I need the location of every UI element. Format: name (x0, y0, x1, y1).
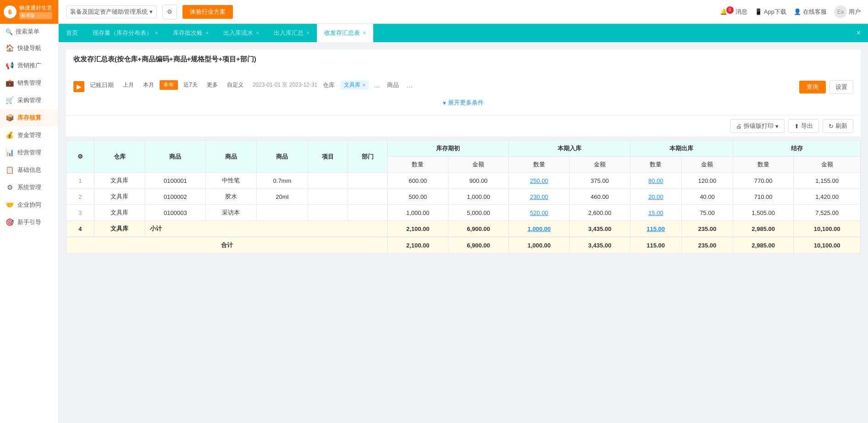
subtotal-in-qty[interactable]: 1,000.00 (509, 221, 569, 237)
print-button[interactable]: 🖨 拆镶版打印 ▾ (730, 119, 785, 133)
filter-section: ▶ 记账日期 上月 本月 本年 近7天 更多 自定义 2023-0 (66, 75, 861, 115)
date-btn-this-year[interactable]: 本年 (160, 80, 178, 90)
sidebar-item-finance[interactable]: 💰 资金管理 (0, 126, 58, 144)
mobile-icon: 📱 (755, 8, 762, 15)
col-close-qty: 数量 (733, 157, 794, 173)
data-table: ⚙ 仓库 商品 商品 商品 项目 部门 库存期初 本期入库 本期出库 结存 (66, 140, 861, 253)
tab-batch-ledger[interactable]: 库存批次账 × (166, 24, 216, 42)
system-title-dropdown[interactable]: 装备及固定资产辅助管理系统 ▾ (66, 5, 157, 18)
warehouse-more-button[interactable]: ... (372, 81, 381, 89)
page-header: 收发存汇总表(按仓库+商品编码+商品+规格型号+项目+部门) (66, 49, 861, 75)
row-out-qty[interactable]: 80.00 (630, 173, 681, 189)
sidebar-item-search[interactable]: 🔍 搜索菜单 (0, 24, 58, 39)
row-close-qty: 1,505.00 (733, 205, 794, 221)
sidebar-item-system[interactable]: ⚙ 系统管理 (0, 179, 58, 196)
warehouse-tag-close[interactable]: × (362, 82, 365, 88)
col-open-qty: 数量 (387, 157, 448, 173)
tab-close-batch-ledger[interactable]: × (205, 30, 209, 36)
warehouse-tag[interactable]: 文具库 × (340, 80, 369, 90)
date-btn-7days[interactable]: 近7天 (180, 80, 201, 90)
row-project (308, 205, 348, 221)
date-btn-more[interactable]: 更多 (203, 80, 221, 90)
sidebar-item-beginner[interactable]: 🎯 新手引导 (0, 214, 58, 231)
sidebar-item-purchase[interactable]: 🛒 采购管理 (0, 92, 58, 109)
date-btn-last-month[interactable]: 上月 (119, 80, 138, 90)
date-btn-this-month[interactable]: 本月 (139, 80, 158, 90)
user-menu[interactable]: Ea 用户 (834, 5, 861, 18)
sidebar-item-sales[interactable]: 💼 销售管理 (0, 74, 58, 92)
subtotal-row: 4 文具库 小计 2,100.00 6,900.00 1,000.00 3,43… (66, 221, 861, 237)
col-settings[interactable]: ⚙ (66, 141, 94, 173)
sidebar-item-inventory[interactable]: 📦 库存核算 (0, 109, 58, 126)
table-row: 1 文具库 0100001 中性笔 0.7mm 600.00 900.00 25… (66, 173, 861, 189)
footer-open-amt: 6,900.00 (448, 237, 509, 253)
date-filter-buttons: 上月 本月 本年 近7天 更多 自定义 (119, 80, 247, 90)
tab-inout-flow[interactable]: 出入库流水 × (216, 24, 266, 42)
col-header-dept: 部门 (348, 141, 387, 173)
export-icon: ⬆ (794, 123, 799, 130)
expand-more-button[interactable]: ▾ 展开更多条件 (443, 99, 484, 107)
notification-button[interactable]: 🔔 6 消息 (720, 8, 747, 16)
notification-count: 6 (726, 6, 734, 14)
sales-icon: 💼 (6, 79, 14, 87)
operation-icon: 📊 (6, 148, 14, 157)
tab-close-inout-flow[interactable]: × (256, 30, 259, 36)
purchase-icon: 🛒 (6, 96, 14, 104)
sidebar-item-quick-nav[interactable]: 🏠 快捷导航 (0, 39, 58, 57)
row-out-qty[interactable]: 15.00 (630, 205, 681, 221)
sidebar-item-marketing[interactable]: 📢 营销推广 (0, 57, 58, 74)
row-warehouse: 文具库 (94, 189, 145, 205)
row-out-amt: 40.00 (681, 189, 733, 205)
sidebar-item-operation[interactable]: 📊 经营管理 (0, 144, 58, 161)
logo-badge: 标准版 (19, 12, 52, 19)
row-code: 0100001 (145, 173, 205, 189)
online-service-button[interactable]: 👤 在线客服 (794, 8, 827, 16)
settings-small-button[interactable]: 设置 (829, 80, 853, 94)
row-in-amt: 460.00 (569, 189, 630, 205)
row-close-amt: 1,420.00 (794, 189, 861, 205)
row-close-amt: 1,155.00 (794, 173, 861, 189)
tab-inventory-dist[interactable]: 现存量（库存分布表） × (85, 24, 166, 42)
tab-home[interactable]: 首页 (59, 24, 85, 42)
app-download-button[interactable]: 📱 App下载 (755, 8, 786, 16)
export-button[interactable]: ⬆ 导出 (788, 119, 819, 133)
sidebar-item-enterprise[interactable]: 🤝 企业协同 (0, 196, 58, 214)
column-settings-icon[interactable]: ⚙ (77, 153, 83, 160)
row-in-qty[interactable]: 250.00 (509, 173, 569, 189)
refresh-button[interactable]: ↻ 刷新 (823, 119, 853, 133)
goods-more-button[interactable]: ... (404, 81, 414, 89)
query-button[interactable]: 查询 (799, 81, 826, 93)
service-icon: 👤 (794, 8, 801, 15)
tab-close-recv-send-summary[interactable]: × (363, 30, 366, 36)
subtotal-close-qty: 2,985.00 (733, 221, 794, 237)
settings-button[interactable]: ⚙ (162, 5, 177, 19)
row-name: 胶水 (206, 189, 257, 205)
tab-recv-send-summary[interactable]: 收发存汇总表 × (317, 24, 373, 42)
row-in-qty[interactable]: 520.00 (509, 205, 569, 221)
avatar: Ea (834, 5, 847, 18)
footer-label: 合计 (66, 237, 388, 253)
row-out-qty[interactable]: 20.00 (630, 189, 681, 205)
col-header-opening: 库存期初 (387, 141, 509, 157)
row-name: 采访本 (206, 205, 257, 221)
subtotal-label: 小计 (145, 221, 387, 237)
filter-collapse-button[interactable]: ▶ (73, 81, 84, 92)
tab-close-inout-summary[interactable]: × (306, 30, 310, 36)
trial-button[interactable]: 体验行业方案 (182, 5, 233, 19)
sidebar-item-basic-info[interactable]: 📋 基础信息 (0, 161, 58, 179)
subtotal-out-qty[interactable]: 115.00 (630, 221, 681, 237)
date-range-display: 2023-01-01 至 2023-12-31 (253, 81, 317, 89)
row-close-qty: 710.00 (733, 189, 794, 205)
tab-inout-summary[interactable]: 出入库汇总 × (266, 24, 317, 42)
chevron-down-small-icon: ▾ (443, 99, 446, 106)
row-spec (256, 205, 308, 221)
goods-filter-label: 商品 (387, 81, 399, 89)
logo-title: 畅捷通好生意 (19, 5, 52, 12)
page-content: 收发存汇总表(按仓库+商品编码+商品+规格型号+项目+部门) ▶ 记账日期 上月… (59, 42, 868, 423)
row-in-qty[interactable]: 230.00 (509, 189, 569, 205)
top-bar: 装备及固定资产辅助管理系统 ▾ ⚙ 体验行业方案 🔔 6 消息 📱 (59, 0, 868, 24)
tab-close-inventory-dist[interactable]: × (155, 30, 158, 36)
date-btn-custom[interactable]: 自定义 (223, 80, 247, 90)
row-dept (348, 173, 387, 189)
tab-bar-close-button[interactable]: × (849, 29, 868, 37)
